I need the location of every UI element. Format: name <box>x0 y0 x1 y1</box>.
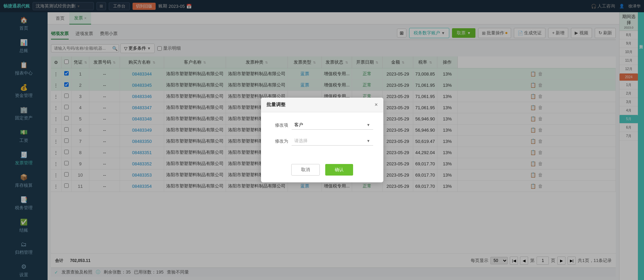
modify-to-label: 修改为 <box>271 138 288 144</box>
modal-header: 批量调整 × <box>261 98 383 112</box>
modify-item-value: 客户 <box>294 122 303 128</box>
batch-adjust-modal: 批量调整 × 修改项 客户 ▼ 修改为 请选择 ▼ 取消 确认 <box>261 98 383 182</box>
modal-overlay[interactable]: 批量调整 × 修改项 客户 ▼ 修改为 请选择 ▼ 取消 确认 <box>0 0 644 280</box>
modal-body: 修改项 客户 ▼ 修改为 请选择 ▼ <box>261 112 383 161</box>
modify-to-arrow: ▼ <box>367 139 370 143</box>
cancel-button[interactable]: 取消 <box>291 164 320 176</box>
modify-to-select[interactable]: 请选择 ▼ <box>292 136 373 146</box>
modify-item-arrow: ▼ <box>367 123 370 127</box>
modify-item-select[interactable]: 客户 ▼ <box>292 120 373 130</box>
modal-close-btn[interactable]: × <box>375 102 378 108</box>
modal-footer: 取消 确认 <box>261 161 383 182</box>
confirm-button[interactable]: 确认 <box>325 164 353 176</box>
modify-to-row: 修改为 请选择 ▼ <box>271 136 373 146</box>
modal-title: 批量调整 <box>266 102 285 108</box>
modify-item-row: 修改项 客户 ▼ <box>271 120 373 130</box>
modify-to-placeholder: 请选择 <box>294 138 308 144</box>
modify-item-label: 修改项 <box>271 122 288 128</box>
